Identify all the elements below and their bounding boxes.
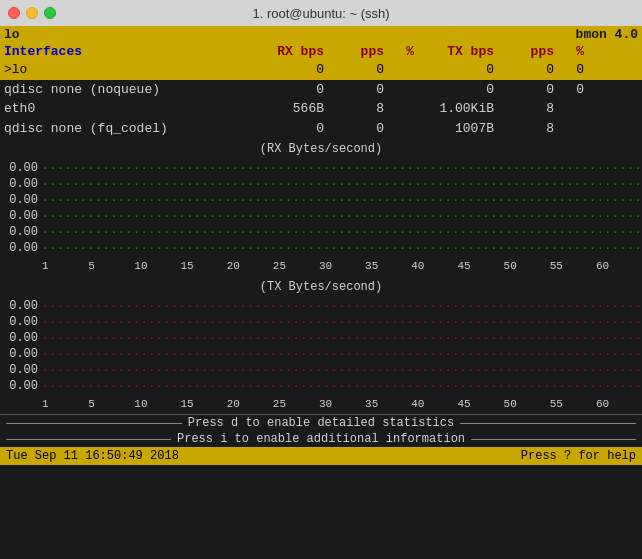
chart-dots: ········································… <box>42 210 642 222</box>
chart-label: 0.00 <box>0 347 38 361</box>
x-axis-label: 15 <box>180 260 226 272</box>
status-datetime: Tue Sep 11 16:50:49 2018 <box>6 449 179 463</box>
chart-label: 0.00 <box>0 161 38 175</box>
row-tx: 0 <box>414 80 494 100</box>
row-name: >lo <box>4 60 244 80</box>
x-axis-label: 25 <box>273 260 319 272</box>
x-axis-label: 25 <box>273 398 319 410</box>
x-axis-label: 15 <box>180 398 226 410</box>
chart-dots: ········································… <box>42 300 642 312</box>
row-pps2: 0 <box>494 60 554 80</box>
status-help: Press ? for help <box>521 449 636 463</box>
interface-table: >lo 0 0 0 0 0 qdisc none (noqueue) 0 0 0… <box>0 60 642 138</box>
chart-row: 0.00 ···································… <box>0 330 642 346</box>
chart-label: 0.00 <box>0 193 38 207</box>
table-row[interactable]: qdisc none (noqueue) 0 0 0 0 0 <box>0 80 642 100</box>
row-pps1: 0 <box>324 80 384 100</box>
row-rx: 0 <box>244 80 324 100</box>
dash-left <box>6 423 182 424</box>
close-button[interactable] <box>8 7 20 19</box>
row-tx: 0 <box>414 60 494 80</box>
chart-row: 0.00 ···································… <box>0 240 642 256</box>
chart-row: 0.00 ···································… <box>0 362 642 378</box>
press-line: Press d to enable detailed statistics <box>0 415 642 431</box>
x-axis-label: 55 <box>550 260 596 272</box>
col-pps2-header: pps <box>494 44 554 59</box>
chart-row: 0.00 ···································… <box>0 192 642 208</box>
press-text: Press i to enable additional information <box>177 432 465 446</box>
chart-row: 0.00 ···································… <box>0 314 642 330</box>
col-pct1-header: % <box>384 44 414 59</box>
chart-label: 0.00 <box>0 315 38 329</box>
window-title: 1. root@ubuntu: ~ (ssh) <box>252 6 389 21</box>
x-axis-label: 30 <box>319 260 365 272</box>
x-axis-label: 35 <box>365 260 411 272</box>
chart-dots: ········································… <box>42 194 642 206</box>
chart-row: 0.00 ···································… <box>0 378 642 394</box>
chart-row: 0.00 ···································… <box>0 298 642 314</box>
rx-chart: 0.00 ···································… <box>0 160 642 256</box>
title-bar: 1. root@ubuntu: ~ (ssh) <box>0 0 642 26</box>
x-axis-label: 5 <box>88 398 134 410</box>
x-axis-label: 1 <box>42 398 88 410</box>
row-pps2: 8 <box>494 99 554 119</box>
x-axis-label: 50 <box>504 260 550 272</box>
x-axis-label: 30 <box>319 398 365 410</box>
rx-x-axis: 151015202530354045505560 <box>0 260 642 272</box>
col-tx-header: TX bps <box>414 44 494 59</box>
maximize-button[interactable] <box>44 7 56 19</box>
col-rx-header: RX bps <box>244 44 324 59</box>
row-rx: 0 <box>244 119 324 139</box>
table-row[interactable]: eth0 566B 8 1.00KiB 8 <box>0 99 642 119</box>
row-rx: 566B <box>244 99 324 119</box>
x-axis-label: 60 <box>596 398 642 410</box>
table-row[interactable]: qdisc none (fq_codel) 0 0 1007B 8 <box>0 119 642 139</box>
table-row[interactable]: >lo 0 0 0 0 0 <box>0 60 642 80</box>
x-axis-label: 20 <box>227 260 273 272</box>
chart-label: 0.00 <box>0 225 38 239</box>
rx-chart-title: (RX Bytes/second) <box>0 142 642 156</box>
x-axis-label: 40 <box>411 260 457 272</box>
x-axis-label: 5 <box>88 260 134 272</box>
traffic-lights <box>8 7 56 19</box>
interfaces-label: Interfaces <box>4 44 244 59</box>
row-tx: 1007B <box>414 119 494 139</box>
chart-label: 0.00 <box>0 209 38 223</box>
terminal: lo bmon 4.0 Interfaces RX bps pps % TX b… <box>0 26 642 559</box>
chart-label: 0.00 <box>0 241 38 255</box>
row-pps1: 0 <box>324 60 384 80</box>
chart-label: 0.00 <box>0 177 38 191</box>
status-bar: Tue Sep 11 16:50:49 2018 Press ? for hel… <box>0 447 642 465</box>
press-text: Press d to enable detailed statistics <box>188 416 454 430</box>
row-rx: 0 <box>244 60 324 80</box>
row-pct2 <box>554 119 584 139</box>
selected-interface: lo <box>4 27 20 42</box>
row-pps2: 8 <box>494 119 554 139</box>
x-axis-label: 10 <box>134 260 180 272</box>
x-axis-label: 60 <box>596 260 642 272</box>
x-axis-label: 20 <box>227 398 273 410</box>
x-axis-label: 10 <box>134 398 180 410</box>
row-pps1: 0 <box>324 119 384 139</box>
row-tx: 1.00KiB <box>414 99 494 119</box>
dash-left <box>6 439 171 440</box>
x-axis-label: 40 <box>411 398 457 410</box>
chart-dots: ········································… <box>42 162 642 174</box>
col-pps1-header: pps <box>324 44 384 59</box>
column-header-bar: Interfaces RX bps pps % TX bps pps % <box>0 43 642 60</box>
row-pps1: 8 <box>324 99 384 119</box>
tx-x-axis: 151015202530354045505560 <box>0 398 642 410</box>
chart-row: 0.00 ···································… <box>0 160 642 176</box>
x-axis-label: 45 <box>457 260 503 272</box>
dash-right <box>471 439 636 440</box>
x-axis-label: 35 <box>365 398 411 410</box>
minimize-button[interactable] <box>26 7 38 19</box>
row-pct2: 0 <box>554 80 584 100</box>
row-pct1 <box>384 99 414 119</box>
row-name: qdisc none (fq_codel) <box>4 119 244 139</box>
chart-dots: ········································… <box>42 332 642 344</box>
chart-label: 0.00 <box>0 379 38 393</box>
bottom-status: Press d to enable detailed statistics Pr… <box>0 414 642 447</box>
x-axis-label: 45 <box>457 398 503 410</box>
row-name: eth0 <box>4 99 244 119</box>
